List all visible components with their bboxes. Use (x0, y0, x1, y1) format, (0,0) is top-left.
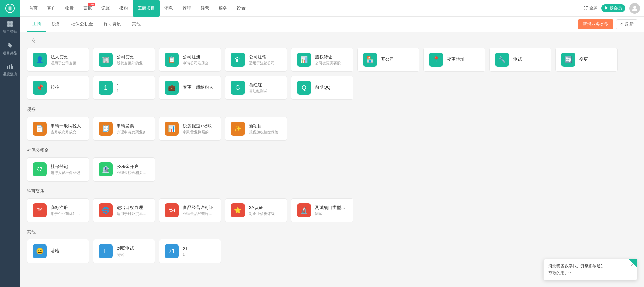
nav-tax[interactable]: 报税 (115, 0, 133, 17)
new-type-button[interactable]: 新增业务类型 (578, 19, 613, 29)
card-change-address[interactable]: 📍 变更地址 (423, 48, 485, 72)
card-desc-apply-taxpayer: 当月或次月成变更完成 (51, 130, 83, 135)
card-icon-company-change: 🏢 (99, 53, 113, 67)
card-trademark[interactable]: ™ 商标注册 用于企业商标注册服务 (27, 198, 89, 222)
notification-close-button[interactable]: × (631, 262, 634, 267)
card-one[interactable]: 1 1 1 (93, 76, 155, 100)
subtab-xuke[interactable]: 许可资质 (98, 17, 126, 32)
notification-title: 河北税务数字账户升级影响通知 (548, 263, 632, 269)
nav-customer[interactable]: 客户 (42, 0, 60, 17)
card-company-reg[interactable]: 📋 公司注册 申请公司注册全流程 (159, 48, 221, 72)
card-apply-taxpayer[interactable]: 📄 申请一般纳税人 当月或次月成变更完成 (27, 117, 89, 141)
subtabs-bar: 工商 税务 社保公积金 许可资质 其他 新增业务类型 ↻ 刷新 (20, 17, 644, 32)
card-desc-test-type: 测试 (315, 211, 347, 216)
content-scroll: 工商 👤 法人变更 适用于公司变更法人 🏢 公司变更 股权变更外的业务 (20, 32, 644, 287)
sidebar-item-progress-monitor[interactable]: 进度监测 (0, 59, 20, 80)
card-name-food-license: 食品经营许可证 (183, 205, 215, 211)
card-legal-change[interactable]: 👤 法人变更 适用于公司变更法人 (27, 48, 89, 72)
card-icon-apply-invoice: 🧾 (99, 122, 113, 136)
nav-management[interactable]: 管理 (178, 0, 196, 17)
refresh-button[interactable]: ↻ 刷新 (616, 19, 637, 29)
nav-invoice[interactable]: 票据 new (78, 0, 97, 17)
nav-accounting[interactable]: 记账 (97, 0, 115, 17)
card-name-social-reg: 社保登记 (51, 164, 83, 170)
nav-home[interactable]: 首页 (24, 0, 42, 17)
card-name-provident-fund: 公积金开户 (117, 164, 149, 170)
card-open-company[interactable]: 🏪 开公司 (357, 48, 419, 72)
card-company-cancel[interactable]: 🗑 公司注销 适用于注销公司 (225, 48, 287, 72)
card-name-open-company: 开公司 (381, 56, 414, 62)
gongshang-title: 工商 (27, 38, 637, 44)
svg-point-10 (633, 6, 636, 9)
nav-operations[interactable]: 经营 (196, 0, 214, 17)
nav-service[interactable]: 服务 (214, 0, 232, 17)
svg-rect-6 (7, 66, 8, 69)
avatar-icon (631, 5, 638, 12)
card-desc-food-license: 办理食品经营许可证 (183, 211, 215, 216)
card-lala[interactable]: 📌 拉拉 (27, 76, 89, 100)
card-icon-change-taxpayer: 💼 (165, 81, 179, 95)
card-icon-change2: 🔄 (561, 53, 575, 67)
subtab-other[interactable]: 其他 (126, 17, 146, 32)
fullscreen-icon (583, 6, 588, 11)
card-name-3a-cert: 3A认证 (249, 205, 281, 211)
avatar[interactable] (629, 3, 640, 14)
card-apply-invoice[interactable]: 🧾 申请发票 办理申请发票业务 (93, 117, 155, 141)
card-name-apply-invoice: 申请发票 (117, 123, 149, 129)
svg-rect-4 (10, 24, 13, 27)
sidebar-logo[interactable] (0, 0, 20, 17)
card-qianqiQQ[interactable]: Q 前期QQ (291, 76, 353, 100)
fullscreen-btn[interactable]: 全屏 (583, 5, 597, 11)
card-equity-transfer[interactable]: 📊 股权转让 公司变更需要股权转让 (291, 48, 353, 72)
nav-biz[interactable]: 工商项目 (133, 0, 160, 17)
card-liu-test[interactable]: L 刘聪测试 测试 (93, 239, 155, 263)
card-change-taxpayer[interactable]: 💼 变更一般纳税人 (159, 76, 221, 100)
card-icon-new-project: ✨ (231, 122, 245, 136)
subtab-shebao[interactable]: 社保公积金 (66, 17, 98, 32)
card-food-license[interactable]: 🍽 食品经营许可证 办理食品经营许可证 (159, 198, 221, 222)
card-gehonghong[interactable]: G 葛红红 葛红红测试 (225, 76, 287, 100)
card-name-lala: 拉拉 (51, 84, 83, 90)
svg-rect-1 (7, 21, 10, 24)
card-icon-qianqiQQ: Q (297, 81, 311, 95)
card-name-new-project: 新项目 (249, 123, 281, 129)
nav-message[interactable]: 消息 (160, 0, 178, 17)
card-name-company-change: 公司变更 (117, 54, 149, 60)
shuiwu-title: 税务 (27, 106, 637, 113)
card-desc-equity-transfer: 公司变更需要股权转让 (315, 61, 347, 66)
sidebar-item-project-type[interactable]: 项目类型 (0, 38, 20, 59)
card-3a-cert[interactable]: ⭐ 3A认证 对企业信誉评级 (225, 198, 287, 222)
card-name-change-address: 变更地址 (447, 56, 480, 62)
card-change2[interactable]: 🔄 变更 (555, 48, 618, 72)
card-icon-social-reg: 🛡 (33, 162, 47, 176)
card-desc-tax-report-accounting: 拿到营业执照的新公司 (183, 130, 215, 135)
shuiwu-section: 税务 📄 申请一般纳税人 当月或次月成变更完成 🧾 申请发票 办理申请 (27, 106, 637, 141)
card-icon-tax-report-accounting: 📊 (165, 122, 179, 136)
card-tax-report-accounting[interactable]: 📊 税务报道+记账 拿到营业执照的新公司 (159, 117, 221, 141)
card-import-export[interactable]: 🌐 进出口权办理 适用于对外贸易经营者 (93, 198, 155, 222)
card-social-reg[interactable]: 🛡 社保登记 进行人员社保登记 (27, 157, 89, 182)
card-test-type[interactable]: 🔬 测试项目类型目定义 测试 (291, 198, 353, 222)
card-name-qianqiQQ: 前期QQ (315, 84, 347, 90)
subtab-shuiwu[interactable]: 税务 (46, 17, 66, 32)
grid-icon (6, 20, 14, 28)
card-desc-twenty-one: 1 (183, 252, 215, 256)
nav-settings[interactable]: 设置 (232, 0, 250, 17)
card-new-project[interactable]: ✨ 新项目 报税加税控盘保管 (225, 117, 287, 141)
card-desc-one: 1 (117, 89, 149, 93)
card-company-change[interactable]: 🏢 公司变更 股权变更外的业务变更 (93, 48, 155, 72)
card-test[interactable]: 🔧 测试 (489, 48, 551, 72)
card-haha[interactable]: 😄 哈哈 (27, 239, 89, 263)
card-icon-trademark: ™ (33, 203, 47, 217)
nav-billing[interactable]: 收费 (60, 0, 78, 17)
card-provident-fund[interactable]: 🏦 公积金开户 办理公积金相关业务 (93, 157, 155, 182)
card-twenty-one[interactable]: 21 21 1 (159, 239, 221, 263)
shebao-title: 社保公积金 (27, 147, 637, 153)
card-icon-test-type: 🔬 (297, 203, 311, 217)
refresh-icon: ↻ (620, 22, 624, 27)
vip-button[interactable]: ▶ 畅会员 (601, 4, 625, 12)
card-desc-provident-fund: 办理公积金相关业务 (117, 170, 149, 175)
sidebar-item-project-mgmt[interactable]: 项目管理 (0, 17, 20, 38)
topnav-right: 全屏 ▶ 畅会员 (583, 3, 640, 14)
subtab-gongshang[interactable]: 工商 (27, 17, 46, 32)
